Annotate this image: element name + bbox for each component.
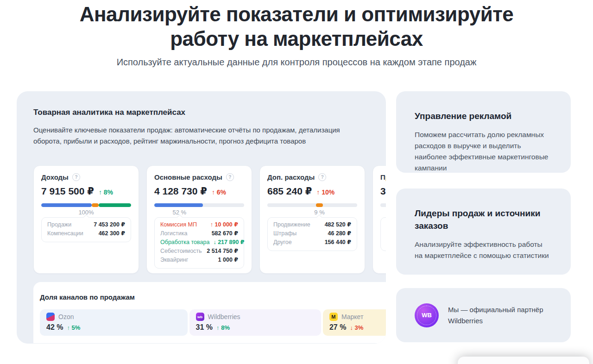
row-value: ↑ 10 000 ₽ bbox=[210, 221, 238, 228]
row-value: 462 300 ₽ bbox=[99, 230, 125, 237]
metric-value-row: 4 128 730 ₽ ↑ 6% bbox=[154, 186, 244, 197]
hero-section: Анализируйте показатели и оптимизируйте … bbox=[0, 2, 593, 68]
metric-breakdown: Продвижение 482 520 ₽ Штрафы 46 280 ₽ Др… bbox=[267, 217, 357, 251]
row-value: 7 453 200 ₽ bbox=[94, 221, 125, 228]
metric-breakdown: Продажи 7 453 200 ₽ Компенсации 462 300 … bbox=[41, 217, 131, 242]
metric-bar-label-row bbox=[380, 207, 386, 216]
side-card-text: Анализируйте эффективность работы на мар… bbox=[415, 239, 551, 261]
metric-breakdown: В б п bbox=[380, 217, 386, 251]
channel-delta: ↓ 3% bbox=[350, 324, 363, 331]
channel-name: Wildberries bbox=[208, 313, 240, 320]
channel-stats: 31 % ↑ 8% bbox=[196, 323, 315, 332]
channel-name: Маркет bbox=[341, 313, 363, 320]
metric-bar-label-row: 52 % bbox=[154, 207, 244, 216]
metric-bar-label-row: 9 % bbox=[267, 207, 357, 216]
row-label: Продажи bbox=[47, 221, 71, 228]
breakdown-row: Себестоимость 2 514 750 ₽ bbox=[160, 247, 238, 256]
ozon-logo bbox=[46, 313, 55, 321]
channel-name: Ozon bbox=[58, 313, 74, 320]
metric-card-extra-expenses: Доп. расходы ? 685 240 ₽ ↑ 10% 9 % Продв… bbox=[259, 165, 365, 274]
ads-management-card: Управление рекламой Поможем рассчитать д… bbox=[396, 91, 571, 173]
channel-share: 42 % bbox=[46, 323, 63, 332]
channels-row: Ozon 42 % ↑ 5% wb Wildberries 31 % ↑ 8% bbox=[40, 309, 386, 336]
row-label: Продвижение bbox=[273, 221, 310, 228]
metric-header: Доп. расходы ? bbox=[267, 173, 357, 181]
metric-card-main-expenses: Основные расходы ? 4 128 730 ₽ ↑ 6% 52 %… bbox=[146, 165, 252, 274]
channels-title: Доля каналов по продажам bbox=[40, 293, 386, 301]
market-logo: M bbox=[329, 313, 338, 321]
help-icon[interactable]: ? bbox=[226, 173, 234, 181]
row-value: ↓ 217 890 ₽ bbox=[213, 238, 244, 245]
channel-stats: 27 % ↓ 3% bbox=[329, 323, 386, 332]
wb-partner-badge: WB bbox=[415, 303, 439, 327]
row-value: 1 000 ₽ bbox=[218, 256, 238, 263]
metric-delta: ↑ 10% bbox=[316, 188, 334, 196]
sales-channels-panel: Доля каналов по продажам Ozon 42 % ↑ 5% … bbox=[33, 282, 386, 343]
metric-breakdown: Комиссия МП ↑ 10 000 ₽ Логистика 582 670… bbox=[154, 217, 244, 269]
analytics-card-title: Товарная аналитика на маркетплейсах bbox=[33, 108, 386, 117]
landing-page: Анализируйте показатели и оптимизируйте … bbox=[0, 0, 593, 364]
row-label: Другое bbox=[273, 239, 292, 245]
metric-delta: ↑ 6% bbox=[212, 188, 226, 196]
metric-value: 3 bbox=[380, 186, 386, 197]
metric-title: Доходы bbox=[41, 173, 69, 181]
metric-header: Основные расходы ? bbox=[154, 173, 244, 181]
sales-leaders-card: Лидеры продаж и источники заказов Анализ… bbox=[396, 188, 571, 275]
row-label: Обработка товара bbox=[160, 239, 209, 245]
metric-value: 4 128 730 ₽ bbox=[154, 186, 207, 197]
row-label: Себестоимость bbox=[160, 248, 202, 254]
metric-value-row: 3 bbox=[380, 186, 386, 197]
analytics-card-description: Оценивайте ключевые показатели продаж: а… bbox=[33, 125, 358, 147]
metric-value: 685 240 ₽ bbox=[267, 186, 312, 197]
product-analytics-card: Товарная аналитика на маркетплейсах Оцен… bbox=[17, 91, 386, 344]
help-icon[interactable]: ? bbox=[72, 173, 80, 181]
row-value: 156 440 ₽ bbox=[325, 238, 351, 245]
metric-progress-bar bbox=[41, 203, 131, 207]
page-title-line2: работу на маркетплейсах bbox=[0, 26, 593, 51]
breakdown-row: Комиссия МП ↑ 10 000 ₽ bbox=[160, 221, 238, 230]
channel-header: Ozon bbox=[46, 313, 181, 321]
row-value: 46 280 ₽ bbox=[328, 230, 351, 237]
wb-partner-card: WB Мы — официальный партнёр Wildberries bbox=[396, 288, 571, 342]
row-value: 2 514 750 ₽ bbox=[207, 247, 238, 254]
channel-share: 27 % bbox=[329, 323, 346, 332]
row-label: Комиссия МП bbox=[160, 221, 197, 228]
breakdown-row: Обработка товара ↓ 217 890 ₽ bbox=[160, 238, 238, 247]
side-card-title: Управление рекламой bbox=[415, 110, 551, 122]
metric-value: 7 915 500 ₽ bbox=[41, 186, 94, 197]
row-label: Штрафы bbox=[273, 230, 296, 237]
side-card-title: Лидеры продаж и источники заказов bbox=[415, 207, 551, 232]
channel-ozon: Ozon 42 % ↑ 5% bbox=[40, 309, 188, 336]
metric-title: Пр bbox=[380, 173, 386, 181]
page-title: Анализируйте показатели и оптимизируйте … bbox=[0, 2, 593, 51]
metric-value-row: 685 240 ₽ ↑ 10% bbox=[267, 186, 357, 197]
channel-share: 31 % bbox=[196, 323, 213, 332]
channel-market: M Маркет 27 % ↓ 3% bbox=[323, 309, 386, 336]
metric-card-revenue: Доходы ? 7 915 500 ₽ ↑ 8% 100% Продажи 7… bbox=[33, 165, 139, 274]
channel-stats: 42 % ↑ 5% bbox=[46, 323, 181, 332]
breakdown-row: Продажи 7 453 200 ₽ bbox=[47, 221, 125, 230]
breakdown-row: Другое 156 440 ₽ bbox=[273, 238, 351, 247]
metric-progress-bar bbox=[267, 203, 357, 207]
channel-header: M Маркет bbox=[329, 313, 386, 321]
metric-title: Доп. расходы bbox=[267, 173, 315, 181]
row-value: 582 670 ₽ bbox=[212, 230, 238, 237]
side-card-text: Поможем рассчитать долю рекламных расход… bbox=[415, 129, 551, 174]
metrics-row: Доходы ? 7 915 500 ₽ ↑ 8% 100% Продажи 7… bbox=[33, 165, 386, 274]
breakdown-row: Эквайринг 1 000 ₽ bbox=[160, 256, 238, 265]
metric-card-clipped: Пр 3 В б п bbox=[372, 165, 386, 274]
metric-value-row: 7 915 500 ₽ ↑ 8% bbox=[41, 186, 131, 197]
row-value: 482 520 ₽ bbox=[325, 221, 351, 228]
bottom-widget[interactable] bbox=[458, 357, 589, 364]
metric-delta: ↑ 8% bbox=[99, 188, 113, 196]
page-subtitle: Используйте актуальные данные для контро… bbox=[0, 57, 593, 68]
channel-wildberries: wb Wildberries 31 % ↑ 8% bbox=[189, 309, 321, 336]
page-title-line1: Анализируйте показатели и оптимизируйте bbox=[0, 2, 593, 26]
metric-progress-bar bbox=[380, 203, 386, 207]
breakdown-row: Логистика 582 670 ₽ bbox=[160, 230, 238, 238]
row-label: Логистика bbox=[160, 230, 187, 237]
channel-delta: ↑ 8% bbox=[216, 324, 230, 331]
breakdown-row: Компенсации 462 300 ₽ bbox=[47, 230, 125, 238]
breakdown-row: Продвижение 482 520 ₽ bbox=[273, 221, 351, 230]
help-icon[interactable]: ? bbox=[318, 173, 326, 181]
